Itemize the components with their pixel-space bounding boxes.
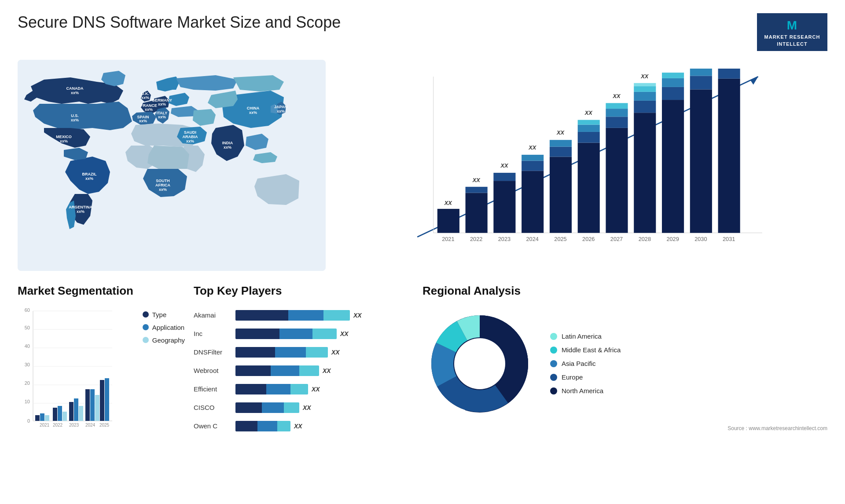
player-dnsfilter: DNSFilter <box>194 346 222 359</box>
svg-rect-81 <box>62 412 67 421</box>
svg-text:2030: 2030 <box>694 236 707 242</box>
webroot-xx: XX <box>323 367 331 374</box>
logo-box: M MARKET RESEARCH INTELLECT <box>757 13 827 51</box>
svg-rect-16 <box>522 171 544 233</box>
bar-chart-svg: XX 2021 XX 2022 XX 2023 XX 2024 <box>361 69 819 249</box>
svg-rect-33 <box>606 117 628 128</box>
logo-m-letter: M <box>762 17 822 34</box>
svg-rect-12 <box>493 181 515 233</box>
regional-content: Latin America Middle East & Africa Asia … <box>422 307 827 421</box>
us-label: U.S. <box>71 113 79 118</box>
logo-line2: RESEARCH <box>790 34 820 40</box>
svg-rect-13 <box>493 173 515 181</box>
svg-rect-8 <box>466 193 488 233</box>
player-bars-col: XX XX <box>235 307 414 433</box>
india-label: INDIA <box>222 141 233 145</box>
svg-rect-28 <box>578 125 600 132</box>
reg-dot-na <box>550 387 557 394</box>
player-efficient: Efficient <box>194 383 222 396</box>
key-players-section: Top Key Players Akamai Inc DNSFilter Web… <box>194 284 414 469</box>
svg-rect-41 <box>634 86 656 92</box>
svg-text:2028: 2028 <box>639 236 651 242</box>
svg-rect-35 <box>606 103 628 109</box>
svg-rect-89 <box>95 395 99 421</box>
donut-chart <box>422 307 537 421</box>
svg-rect-34 <box>606 109 628 117</box>
reg-dot-mea <box>550 347 557 354</box>
svg-rect-39 <box>634 101 656 113</box>
svg-rect-56 <box>718 79 740 233</box>
svg-text:40: 40 <box>25 343 30 349</box>
key-players-title: Top Key Players <box>194 284 414 298</box>
cisco-bar <box>235 402 299 413</box>
seg-chart-area: 0 10 20 30 40 50 60 <box>18 307 134 438</box>
reg-dot-europe <box>550 374 557 381</box>
japan-value: xx% <box>277 109 285 113</box>
svg-rect-91 <box>100 380 104 421</box>
svg-text:50: 50 <box>25 325 30 330</box>
inc-xx: XX <box>340 330 349 337</box>
svg-rect-92 <box>105 378 109 421</box>
svg-text:60: 60 <box>25 307 30 313</box>
player-bar-webroot: XX <box>235 364 414 377</box>
svg-rect-88 <box>90 389 95 421</box>
players-list: Akamai Inc DNSFilter Webroot Efficient C… <box>194 307 414 433</box>
segmentation-section: Market Segmentation 0 10 20 30 40 50 60 <box>18 284 185 469</box>
webroot-bar <box>235 365 319 376</box>
france-value: xx% <box>145 107 153 112</box>
seg-area: 0 10 20 30 40 50 60 <box>18 307 185 447</box>
legend-geography-label: Geography <box>152 336 185 344</box>
svg-text:2031: 2031 <box>723 236 735 242</box>
legend-application-dot <box>143 324 149 330</box>
southafrica-label2: AFRICA <box>155 183 170 187</box>
svg-rect-57 <box>718 69 740 79</box>
logo-line3: INTELLECT <box>777 41 808 47</box>
svg-rect-17 <box>522 161 544 171</box>
svg-text:2023: 2023 <box>498 236 511 242</box>
world-map-container: CANADA xx% U.S. xx% MEXICO xx% BRAZIL xx… <box>18 60 326 271</box>
reg-dot-asia <box>550 360 557 367</box>
player-owenc: Owen C <box>194 420 222 433</box>
germany-value: xx% <box>158 102 166 106</box>
world-map-svg: CANADA xx% U.S. xx% MEXICO xx% BRAZIL xx… <box>18 60 326 271</box>
source-text: Source : www.marketresearchintellect.com <box>422 425 827 431</box>
svg-rect-80 <box>58 406 62 421</box>
cisco-xx: XX <box>303 404 311 411</box>
svg-text:2023: 2023 <box>69 423 79 427</box>
southafrica-label: SOUTH <box>156 179 170 183</box>
regional-section: Regional Analysis <box>422 284 827 469</box>
saudiarabia-value: xx% <box>186 139 194 143</box>
bottom-section: Market Segmentation 0 10 20 30 40 50 60 <box>18 284 827 469</box>
legend-type-label: Type <box>152 311 167 318</box>
svg-text:2025: 2025 <box>99 423 110 427</box>
svg-rect-40 <box>634 92 656 101</box>
svg-text:2021: 2021 <box>442 236 454 242</box>
seg-legend: Type Application Geography <box>143 307 185 344</box>
svg-rect-51 <box>690 89 712 233</box>
regional-title: Regional Analysis <box>422 284 827 298</box>
dnsfilter-bar <box>235 347 328 358</box>
svg-rect-47 <box>662 78 684 87</box>
svg-rect-5 <box>437 209 459 233</box>
reg-latin-america: Latin America <box>550 332 621 340</box>
svg-text:2026: 2026 <box>582 236 595 242</box>
china-label: CHINA <box>247 106 260 110</box>
italy-value: xx% <box>158 115 166 119</box>
reg-europe: Europe <box>550 373 621 381</box>
player-webroot: Webroot <box>194 364 222 377</box>
akamai-bar <box>235 310 350 321</box>
dnsfilter-xx: XX <box>331 349 340 356</box>
svg-rect-79 <box>53 408 57 421</box>
argentina-label: ARGENTINA <box>69 205 92 209</box>
uk-value: xx% <box>141 95 149 100</box>
svg-rect-21 <box>550 157 572 233</box>
inc-bar <box>235 329 337 339</box>
player-bar-inc: XX <box>235 327 414 340</box>
canada-value: xx% <box>71 91 79 95</box>
seg-chart-svg: 0 10 20 30 40 50 60 <box>18 307 114 438</box>
player-inc: Inc <box>194 327 222 340</box>
us-value: xx% <box>71 118 79 122</box>
svg-rect-77 <box>45 415 49 421</box>
legend-application-label: Application <box>152 324 184 331</box>
legend-type: Type <box>143 311 185 318</box>
